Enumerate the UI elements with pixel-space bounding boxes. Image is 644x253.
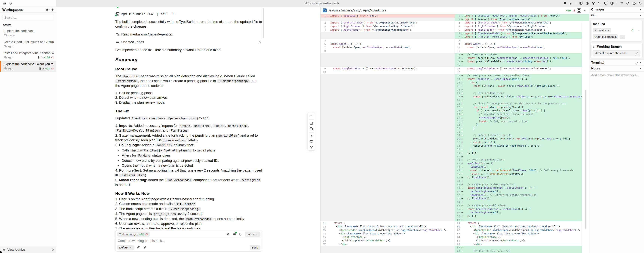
diff-row: 16 {sidebarOpen && <RightSidebar />}65 {…: [320, 239, 589, 242]
layers-icon[interactable]: [46, 8, 49, 11]
line-number: 11: [455, 50, 462, 52]
diff-row: 6const Agent = () => {9const Agent = () …: [320, 42, 589, 46]
bold-text: State management: [119, 134, 150, 138]
diff-marker: +: [462, 172, 464, 175]
theme-icon[interactable]: [586, 2, 589, 5]
prompt-icon[interactable]: [598, 2, 602, 5]
view-archive-button[interactable]: View Archive 0: [0, 246, 56, 253]
tool-call-row[interactable]: Read medusa/src/pages/Agent.tsx: [115, 32, 262, 36]
line-number: 3: [455, 22, 462, 24]
git-network-icon[interactable]: [310, 145, 313, 149]
diff-row: 68+ {/* Plan Review Modal */}: [320, 250, 589, 253]
chat-scrollbar[interactable]: [263, 8, 264, 38]
spinner-icon[interactable]: [239, 232, 242, 236]
working-branch-input[interactable]: vk/3ccf-explore-the-code: [593, 50, 640, 56]
paperclip-icon[interactable]: [137, 246, 140, 249]
git-network-icon[interactable]: [592, 2, 595, 5]
diff-marker: +: [462, 190, 464, 193]
monitor-icon[interactable]: [604, 2, 608, 5]
list-item: •Detects new plans by comparing against …: [115, 158, 262, 163]
todos-check-icon[interactable]: [232, 232, 236, 236]
expand-terminal-icon[interactable]: [635, 61, 638, 64]
open-pull-request-button[interactable]: Open pull request: [593, 34, 618, 39]
diff-line: 22+: [454, 88, 589, 92]
code-line: // New plan detected — open the modal: [464, 112, 534, 116]
panel-left-icon[interactable]: [579, 2, 583, 5]
edit-branch-icon[interactable]: [635, 52, 638, 54]
workspace-item[interactable]: Create Good First Issues on Github So p6…: [0, 38, 56, 50]
diff-line: 14 <div className="flex flex-1 overflow-…: [320, 232, 454, 236]
chevron-down-icon[interactable]: [258, 40, 262, 44]
files-changed-chip[interactable]: 2 files changed +61 -3: [117, 232, 150, 237]
diff-line: 2+import { invoke } from "@tauri-apps/ap…: [454, 18, 589, 21]
diff-scrollbar-thumb[interactable]: [585, 90, 586, 229]
send-button[interactable]: Send: [250, 245, 260, 250]
deletions-count: -2: [51, 56, 54, 59]
workspace-item[interactable]: Explore the codebase I want you to expl7…: [0, 60, 56, 72]
inline-code: PlanReviewModal: [185, 217, 212, 221]
split-diff-toggle[interactable]: [577, 8, 581, 12]
archive-icon[interactable]: [3, 2, 6, 5]
changes-label: Changes: [591, 8, 605, 12]
add-workspace-button[interactable]: [51, 8, 54, 11]
version-dropdown[interactable]: Latest: [245, 232, 260, 237]
line-number: 59: [455, 218, 462, 221]
play-icon[interactable]: [310, 134, 313, 138]
split-diff-icon[interactable]: [310, 122, 313, 125]
changes-section-header[interactable]: Changes: [589, 7, 644, 12]
diff-scrollbar-track[interactable]: [582, 22, 589, 253]
panel-right-icon[interactable]: [610, 2, 614, 5]
notes-section-header[interactable]: Notes: [589, 66, 644, 72]
help-icon[interactable]: [632, 2, 636, 5]
notes-input[interactable]: Add notes about this workspace...: [589, 72, 644, 79]
line-number: 12: [320, 225, 327, 228]
list-number: 4.: [115, 168, 118, 172]
diff-row: 1-import { useState } from "react";1+imp…: [320, 14, 589, 18]
message-input[interactable]: Continue working on this task...: [116, 238, 262, 244]
collapse-up-icon[interactable]: [570, 2, 573, 5]
diff-gap-cell: [320, 190, 454, 193]
diff-marker: +: [462, 95, 464, 98]
gear-icon[interactable]: [638, 2, 642, 5]
pen-icon[interactable]: [143, 246, 147, 249]
diff-gap-cell: [320, 130, 454, 134]
megaphone-icon[interactable]: [626, 2, 630, 5]
diff-marker: +: [462, 60, 464, 63]
conversation: npm run build 2>&1 | tail -80The build c…: [115, 7, 262, 229]
repo-menu-button[interactable]: [637, 29, 640, 32]
workspace-item[interactable]: Install and integrate Vibe Kanban Web C7…: [0, 50, 56, 60]
code-line: {/* Plan Review Modal */}: [464, 250, 510, 253]
line-number: 66: [455, 243, 462, 246]
line-number: 64: [455, 236, 462, 238]
tool-call-row[interactable]: Updated Todos: [115, 40, 262, 44]
mode-dropdown[interactable]: Default: [117, 245, 134, 250]
line-number: 39: [455, 148, 462, 151]
workspace-item[interactable]: Explore the codebase35m ago: [0, 28, 56, 38]
diff-gap-cell: [320, 63, 454, 67]
dots-h-icon[interactable]: [310, 114, 313, 118]
code-line: const [sidebarOpen, setSidebarOpen] = us…: [330, 46, 411, 49]
diff-gap-cell: [320, 84, 454, 88]
tool-call-row[interactable]: npm run build 2>&1 | tail -80: [115, 12, 262, 16]
pause-icon[interactable]: [563, 2, 567, 5]
branch-dropdown[interactable]: master: [593, 28, 611, 32]
monitor-icon[interactable]: [310, 140, 313, 144]
git-section-header[interactable]: Git: [589, 12, 644, 18]
sign-out-icon[interactable]: [9, 2, 12, 5]
pr-options-button[interactable]: [620, 35, 625, 39]
diff-line: 1+import { useState, useEffect, useRef, …: [454, 14, 589, 18]
diff-gap-cell: [320, 106, 454, 109]
diff-gap-cell: [320, 32, 454, 35]
paragraph: The build completed successfully with no…: [115, 20, 262, 29]
sparkle-icon[interactable]: [226, 232, 230, 236]
diff-line: 16 {sidebarOpen && <RightSidebar />}: [320, 239, 454, 242]
menu-icon[interactable]: [620, 2, 624, 5]
chevron-down-icon[interactable]: [583, 9, 586, 12]
title-bar: vk/3ccf-explore-the-code: [0, 0, 644, 7]
search-input[interactable]: [2, 15, 54, 20]
code-line: }, []);: [464, 214, 478, 218]
inline-code: Agent.tsx: [122, 74, 140, 78]
copy-icon[interactable]: [310, 127, 313, 130]
terminal-section-header[interactable]: Terminal: [589, 60, 644, 66]
diff-marker: +: [462, 201, 464, 204]
